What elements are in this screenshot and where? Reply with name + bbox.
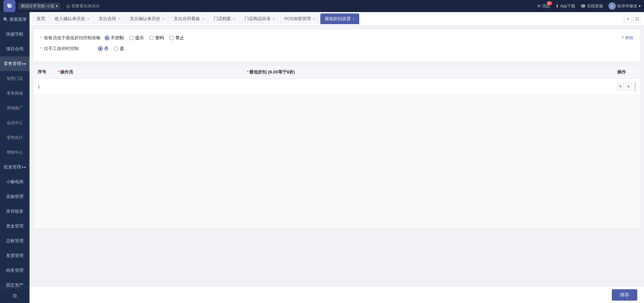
sidebar-item-help-center[interactable]: 帮助中心: [0, 145, 30, 160]
chevron-down-icon: ▾: [22, 165, 23, 169]
sidebar: 🔍 搜索菜单 快捷导航 项目合同 零售管理 ▾ 智慧门店 零售商城 营销推广: [0, 12, 30, 303]
question-icon: ？: [621, 35, 625, 41]
td-operator: [54, 84, 243, 89]
form-row-discount-control: * 收银员低于最低折扣控制策略 不控制 提示: [40, 35, 633, 41]
th-action: 操作: [613, 66, 640, 79]
radio-circle: [98, 46, 103, 51]
sidebar-item-label: 快捷导航: [6, 31, 23, 37]
sidebar-item-label: 零售商城: [7, 91, 23, 96]
tab-close-icon[interactable]: ×: [87, 17, 89, 21]
radio-yes[interactable]: 是: [114, 46, 124, 52]
tab-expenditure-board[interactable]: 支出合同看板 ×: [169, 13, 208, 24]
settings-button[interactable]: ⚙: [0, 288, 30, 303]
edit-row-button[interactable]: ✎: [617, 83, 624, 90]
help-link[interactable]: ？ 帮助: [621, 35, 633, 41]
table-row: 1 ✎ ✕: [34, 79, 640, 95]
td-discount: [243, 84, 613, 89]
sidebar-item-project-contract[interactable]: 项目合同: [0, 42, 30, 56]
required-mark: *: [40, 35, 42, 40]
sidebar-item-shortcut[interactable]: 快捷导航: [0, 27, 30, 42]
sidebar-item-retail-stats[interactable]: 零售统计: [0, 130, 30, 145]
sidebar-item-purchase[interactable]: 采购管理: [0, 189, 30, 204]
sidebar-item-invoice[interactable]: 发票管理: [0, 248, 30, 263]
customer-service-button[interactable]: ☎ 在线客服: [581, 3, 603, 9]
sidebar-items-scroll: 🔍 搜索菜单 快捷导航 项目合同 零售管理 ▾ 智慧门店 零售商城 营销推广: [0, 12, 30, 288]
app-download-button[interactable]: ⬇ App下载: [555, 3, 575, 9]
close-tab-button[interactable]: ×: [624, 15, 632, 23]
sidebar-item-member-center[interactable]: 会员中心: [0, 115, 30, 130]
tab-label: 收入确认单历史: [55, 16, 85, 22]
tab-income-history[interactable]: 收入确认单历史 ×: [50, 13, 94, 24]
form-card: * 收银员低于最低折扣控制策略 不控制 提示: [34, 30, 640, 62]
tab-close-icon[interactable]: ×: [202, 17, 204, 21]
radio-no-control[interactable]: 不控制: [105, 35, 124, 41]
tab-close-icon[interactable]: ×: [353, 17, 355, 21]
demo-link-label: 我要看实例演示: [71, 3, 100, 9]
required-mark: *: [58, 69, 59, 74]
sidebar-item-marketing[interactable]: 营销推广: [0, 101, 30, 115]
avatar: 人: [608, 2, 616, 10]
sidebar-item-fixed-assets[interactable]: 固定资产: [0, 278, 30, 288]
radio-no[interactable]: 否: [98, 46, 108, 52]
td-seq: 1: [34, 82, 54, 92]
radio-prompt[interactable]: 提示: [129, 35, 144, 41]
sidebar-item-label: 搜索菜单: [9, 16, 27, 22]
content-area: 首页 收入确认单历史 × 支出合同 × 支出确认单历史 × 支出合同看板 × 门…: [30, 12, 644, 303]
radio-forbid[interactable]: 禁止: [169, 35, 184, 41]
th-operator: *操作员: [54, 66, 243, 79]
scroll-handle: [634, 82, 636, 92]
save-button[interactable]: 保存: [612, 289, 637, 301]
tab-store-archive[interactable]: 门店档案 ×: [209, 13, 239, 24]
sidebar-item-label: 固定资产: [6, 282, 23, 288]
td-action: ✎ ✕: [613, 79, 640, 94]
tab-home[interactable]: 首页: [32, 13, 50, 24]
radio-password[interactable]: 密码: [149, 35, 164, 41]
field1-label: * 收银员低于最低折扣控制策略: [40, 35, 101, 41]
empty-table-space: [34, 95, 640, 229]
tab-close-icon[interactable]: ×: [273, 17, 275, 21]
tab-min-discount[interactable]: 最低折扣设置 ×: [320, 13, 359, 24]
sidebar-item-ecommerce[interactable]: 小畅电商: [0, 174, 30, 189]
tab-label: 支出合同: [99, 16, 116, 22]
sidebar-item-label: 批发管理: [4, 164, 21, 170]
user-info[interactable]: 人 徐泽华修改 ▾: [608, 2, 641, 10]
top-header: 畅 测试分开完程-小览 ▾ ◎ 我要看实例演示 ✉ 消息 8 ⬇ App下载 ☎…: [0, 0, 644, 12]
expand-tab-button[interactable]: ⊡: [633, 15, 641, 23]
chevron-down-icon: ▾: [22, 62, 23, 66]
tab-store-catalog[interactable]: 门店商品目录 ×: [240, 13, 279, 24]
sidebar-item-label: 会员中心: [7, 120, 23, 126]
radio-circle: [114, 46, 118, 51]
sidebar-item-wholesale[interactable]: 批发管理 ▾: [0, 160, 30, 174]
manual-control-radio-group: 否 是: [98, 46, 124, 52]
sidebar-item-retail-management[interactable]: 零售管理 ▾: [0, 56, 30, 71]
main-layout: 🔍 搜索菜单 快捷导航 项目合同 零售管理 ▾ 智慧门店 零售商城 营销推广: [0, 12, 644, 303]
brand-icon: 畅: [3, 0, 15, 12]
tab-label: 最低折扣设置: [325, 16, 351, 22]
table-header: 序号 *操作员 *最低折扣 (9.00等于9折) 操作: [34, 66, 640, 79]
tab-close-icon[interactable]: ×: [233, 17, 235, 21]
tab-pos-management[interactable]: POS加密管理 ×: [280, 13, 320, 24]
discount-control-radio-group: 不控制 提示 密码 禁止: [105, 35, 184, 41]
sidebar-item-retail-mall[interactable]: 零售商城: [0, 86, 30, 101]
tab-expenditure-contract[interactable]: 支出合同 ×: [94, 13, 124, 24]
tab-label: 首页: [37, 16, 45, 22]
form-row-manual-control: * 仅手工改价时控制 否 是: [40, 46, 633, 52]
sidebar-item-ledger[interactable]: 总账管理: [0, 234, 30, 248]
tab-close-icon[interactable]: ×: [162, 17, 164, 21]
customer-service-label: 在线客服: [587, 3, 603, 9]
radio-circle: [169, 36, 174, 40]
delete-row-button[interactable]: ✕: [625, 83, 632, 90]
sidebar-item-inventory[interactable]: 库存核算: [0, 204, 30, 219]
radio-circle: [105, 36, 109, 40]
demo-link[interactable]: ◎ 我要看实例演示: [66, 3, 100, 9]
help-label: 帮助: [625, 35, 633, 41]
tab-close-icon[interactable]: ×: [313, 17, 315, 21]
tab-expenditure-history[interactable]: 支出确认单历史 ×: [125, 13, 169, 24]
sidebar-item-finance[interactable]: 资金管理: [0, 219, 30, 234]
sidebar-item-tax[interactable]: 税务管理: [0, 263, 30, 278]
sidebar-item-search[interactable]: 🔍 搜索菜单: [0, 12, 30, 27]
sidebar-item-smart-store[interactable]: 智慧门店: [0, 71, 30, 86]
project-selector[interactable]: 测试分开完程-小览 ▾: [18, 3, 60, 10]
tab-close-icon[interactable]: ×: [118, 17, 120, 21]
messages-button[interactable]: ✉ 消息 8: [537, 3, 550, 9]
